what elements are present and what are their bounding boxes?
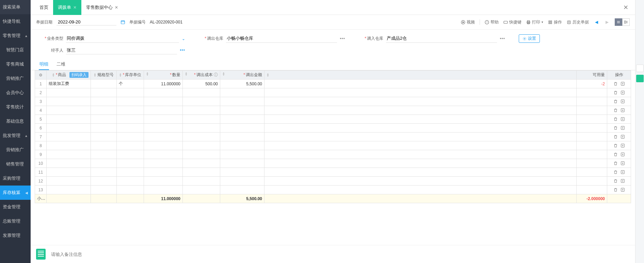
- table-row[interactable]: 1组装加工费个11.000000500.005,500.00-2: [35, 80, 631, 88]
- cell-unit[interactable]: [117, 115, 144, 124]
- gear-icon[interactable]: ⚙: [39, 73, 43, 77]
- cell-cost[interactable]: [183, 177, 220, 186]
- cell-cost[interactable]: 500.00: [183, 80, 220, 88]
- cell-spec[interactable]: [91, 186, 117, 194]
- cell-cost[interactable]: [183, 168, 220, 177]
- cell-qty[interactable]: [144, 186, 183, 194]
- cell-product[interactable]: [47, 168, 91, 177]
- cell-spec[interactable]: [91, 141, 117, 150]
- delete-row-icon[interactable]: [613, 82, 618, 86]
- help-button[interactable]: ? 帮助: [485, 19, 499, 25]
- column-spec[interactable]: ▲▼规格型号: [91, 71, 117, 80]
- more-icon[interactable]: •••: [180, 48, 185, 53]
- cell-product[interactable]: [47, 124, 91, 133]
- delete-row-icon[interactable]: [613, 90, 618, 95]
- cell-cost[interactable]: [183, 97, 220, 106]
- delete-row-icon[interactable]: [613, 135, 618, 139]
- cell-amount[interactable]: [220, 150, 264, 159]
- cell-unit[interactable]: [117, 177, 144, 186]
- out-wh-input[interactable]: [226, 35, 337, 43]
- cell-product[interactable]: [47, 115, 91, 124]
- column-product[interactable]: ▲▼*商品扫码录入: [47, 71, 91, 80]
- sidebar-item-11[interactable]: 销售管理: [0, 157, 31, 171]
- close-all-tabs-icon[interactable]: ✕: [621, 4, 631, 11]
- table-row[interactable]: 8: [35, 141, 631, 150]
- cell-spec[interactable]: [91, 106, 117, 115]
- column-avail[interactable]: 可用量: [577, 71, 607, 80]
- sidebar-item-1[interactable]: 快捷导航: [0, 14, 31, 29]
- cell-product[interactable]: [47, 141, 91, 150]
- cell-cost[interactable]: [183, 115, 220, 124]
- cell-unit[interactable]: [117, 124, 144, 133]
- add-row-icon[interactable]: [621, 90, 625, 95]
- sidebar-item-16[interactable]: 发票管理: [0, 228, 31, 243]
- cell-amount[interactable]: [220, 88, 264, 97]
- view-card-button[interactable]: [622, 18, 630, 26]
- cell-product[interactable]: [47, 88, 91, 97]
- cell-unit[interactable]: [117, 106, 144, 115]
- table-row[interactable]: 12: [35, 177, 631, 186]
- sidebar-item-8[interactable]: 基础信息: [0, 114, 31, 128]
- cell-spec[interactable]: [91, 133, 117, 141]
- cell-qty[interactable]: [144, 106, 183, 115]
- cell-spec[interactable]: [91, 159, 117, 168]
- in-wh-input[interactable]: [386, 35, 497, 43]
- cell-qty[interactable]: [144, 168, 183, 177]
- notes-icon[interactable]: [36, 249, 46, 260]
- cell-spec[interactable]: [91, 115, 117, 124]
- table-row[interactable]: 11: [35, 168, 631, 177]
- notes-input[interactable]: [50, 250, 630, 259]
- delete-row-icon[interactable]: [613, 108, 618, 112]
- prev-doc-button[interactable]: ◀: [594, 20, 599, 24]
- cell-amount[interactable]: [220, 141, 264, 150]
- cell-qty[interactable]: [144, 115, 183, 124]
- biz-type-input[interactable]: [66, 35, 179, 43]
- chevron-down-icon[interactable]: ⌄: [182, 36, 185, 41]
- sidebar-item-5[interactable]: 营销推广: [0, 71, 31, 86]
- sidebar-item-9[interactable]: 批发管理▲: [0, 128, 31, 143]
- cell-unit[interactable]: [117, 186, 144, 194]
- cell-amount[interactable]: [220, 177, 264, 186]
- delete-row-icon[interactable]: [613, 143, 618, 148]
- cell-cost[interactable]: [183, 186, 220, 194]
- add-row-icon[interactable]: [621, 117, 625, 121]
- delete-row-icon[interactable]: [613, 126, 618, 130]
- video-button[interactable]: 视频: [461, 19, 475, 25]
- cell-qty[interactable]: [144, 88, 183, 97]
- settings-button[interactable]: 设置: [519, 34, 540, 43]
- column-amount[interactable]: ▲▼*调出金额: [220, 71, 264, 80]
- cell-unit[interactable]: [117, 133, 144, 141]
- cell-amount[interactable]: [220, 186, 264, 194]
- rail-button-1[interactable]: [636, 65, 644, 72]
- sub-tab-1[interactable]: 二维: [56, 59, 66, 70]
- rail-button-2[interactable]: [636, 75, 644, 82]
- calendar-icon[interactable]: [120, 20, 125, 24]
- cell-product[interactable]: [47, 150, 91, 159]
- cell-product[interactable]: [47, 186, 91, 194]
- cell-unit[interactable]: [117, 97, 144, 106]
- cell-unit[interactable]: [117, 141, 144, 150]
- cell-unit[interactable]: [117, 159, 144, 168]
- column-cost[interactable]: ▲▼*调出成本 ⓘ: [183, 71, 220, 80]
- close-icon[interactable]: ✕: [73, 5, 77, 10]
- delete-row-icon[interactable]: [613, 161, 618, 165]
- cell-product[interactable]: 组装加工费: [47, 80, 91, 88]
- column-qty[interactable]: ▲▼*数量: [144, 71, 183, 80]
- tab-0[interactable]: 首页: [35, 0, 53, 15]
- add-row-icon[interactable]: [621, 108, 625, 112]
- sidebar-item-2[interactable]: 零售管理▲: [0, 29, 31, 43]
- cell-unit[interactable]: [117, 150, 144, 159]
- table-row[interactable]: 6: [35, 124, 631, 133]
- add-row-icon[interactable]: [621, 135, 625, 139]
- cell-cost[interactable]: [183, 88, 220, 97]
- tab-2[interactable]: 零售数据中心✕: [81, 0, 123, 15]
- add-row-icon[interactable]: [621, 82, 625, 86]
- sidebar-item-10[interactable]: 营销推广: [0, 143, 31, 157]
- view-list-button[interactable]: [615, 18, 622, 26]
- cell-spec[interactable]: [91, 177, 117, 186]
- cell-qty[interactable]: [144, 133, 183, 141]
- sidebar-item-12[interactable]: 采购管理: [0, 171, 31, 186]
- sidebar-item-6[interactable]: 会员中心: [0, 86, 31, 100]
- sidebar-item-3[interactable]: 智慧门店: [0, 43, 31, 57]
- table-row[interactable]: 13: [35, 186, 631, 194]
